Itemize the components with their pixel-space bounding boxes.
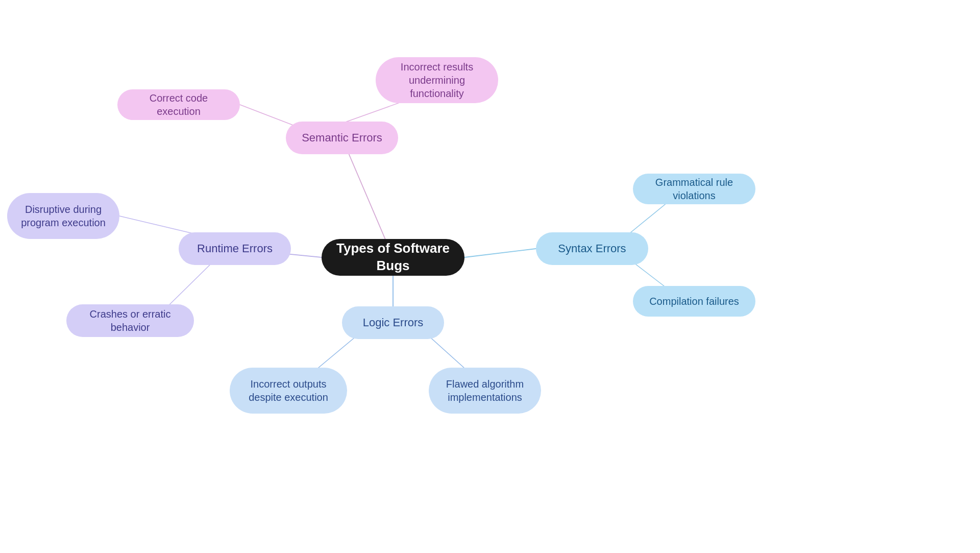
logic-errors-node: Logic Errors [342,306,444,339]
center-node: Types of Software Bugs [322,239,464,276]
flawed-algorithm-label: Flawed algorithm implementations [440,377,530,404]
runtime-errors-node: Runtime Errors [179,232,291,265]
semantic-errors-node: Semantic Errors [286,122,398,154]
compilation-node: Compilation failures [633,286,755,317]
syntax-label: Syntax Errors [558,242,626,256]
incorrect-outputs-node: Incorrect outputs despite execution [230,368,347,414]
runtime-label: Runtime Errors [197,242,273,256]
compilation-label: Compilation failures [649,295,739,308]
logic-label: Logic Errors [363,316,424,330]
syntax-errors-node: Syntax Errors [536,232,648,265]
incorrect-outputs-label: Incorrect outputs despite execution [241,377,336,404]
incorrect-results-label: Incorrect results undermining functional… [387,60,487,100]
disruptive-node: Disruptive during program execution [7,193,119,239]
svg-line-2 [464,249,536,257]
incorrect-results-node: Incorrect results undermining functional… [376,57,498,103]
crashes-label: Crashes or erratic behavior [78,307,183,334]
correct-code-label: Correct code execution [129,91,229,118]
grammatical-node: Grammatical rule violations [633,174,755,204]
flawed-algorithm-node: Flawed algorithm implementations [429,368,541,414]
crashes-node: Crashes or erratic behavior [66,304,194,337]
center-label: Types of Software Bugs [333,240,453,275]
svg-line-6 [119,216,199,235]
grammatical-label: Grammatical rule violations [644,176,744,202]
correct-code-node: Correct code execution [117,89,240,120]
disruptive-label: Disruptive during program execution [18,203,108,229]
semantic-label: Semantic Errors [302,131,382,146]
